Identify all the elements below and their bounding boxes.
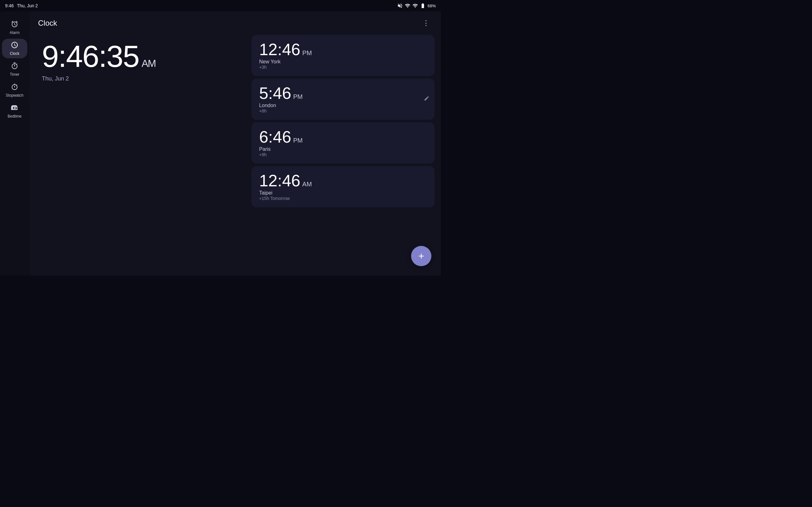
clock-card-taipei: 12:46 AM Taipei +15h Tomorrow (252, 166, 435, 207)
add-world-clock-button[interactable]: + (411, 246, 432, 266)
london-ampm: PM (293, 94, 303, 100)
taipei-time: 12:46 AM (259, 172, 427, 189)
london-edit-icon[interactable] (424, 96, 429, 103)
sidebar: Alarm Clock Timer Stopwatch (0, 11, 29, 276)
more-options-button[interactable]: ⋮ (420, 18, 432, 29)
taipei-time-value: 12:46 (259, 172, 300, 189)
app-header: Clock ⋮ (29, 11, 441, 32)
status-bar-right: 68% (397, 3, 436, 9)
sidebar-stopwatch-label: Stopwatch (6, 93, 23, 98)
sidebar-item-timer[interactable]: Timer (2, 60, 27, 79)
sidebar-alarm-label: Alarm (9, 31, 19, 35)
battery-icon (420, 3, 426, 9)
stopwatch-icon (11, 83, 18, 92)
local-time-value: 9:46:35 (42, 41, 139, 72)
status-date: Thu, Jun 2 (17, 3, 38, 8)
paris-time: 6:46 PM (259, 129, 427, 145)
local-date: Thu, Jun 2 (42, 75, 239, 82)
sidebar-bedtime-label: Bedtime (8, 114, 21, 118)
taipei-offset: +15h Tomorrow (259, 196, 427, 201)
world-clocks-panel: 12:46 PM New York +3h 5:46 PM London +8h (252, 32, 441, 276)
sidebar-clock-label: Clock (10, 51, 19, 56)
new-york-city: New York (259, 59, 427, 65)
sidebar-item-bedtime[interactable]: Bedtime (2, 101, 27, 121)
london-city: London (259, 103, 427, 108)
content-area: 9:46:35 AM Thu, Jun 2 12:46 PM New York … (29, 32, 441, 276)
main-area: Clock ⋮ 9:46:35 AM Thu, Jun 2 12:46 PM N… (29, 11, 441, 276)
london-offset: +8h (259, 108, 427, 113)
clock-card-new-york: 12:46 PM New York +3h (252, 35, 435, 76)
new-york-time-value: 12:46 (259, 41, 300, 58)
paris-offset: +9h (259, 152, 427, 157)
new-york-offset: +3h (259, 65, 427, 70)
battery-percent: 68% (427, 3, 436, 8)
clock-card-london: 5:46 PM London +8h (252, 78, 435, 120)
new-york-time: 12:46 PM (259, 41, 427, 58)
sidebar-timer-label: Timer (10, 72, 19, 77)
taipei-ampm: AM (302, 181, 312, 187)
paris-city: Paris (259, 147, 427, 152)
local-time-display: 9:46:35 AM (42, 41, 239, 72)
london-time: 5:46 PM (259, 85, 427, 101)
sidebar-item-stopwatch[interactable]: Stopwatch (2, 80, 27, 100)
clock-icon (11, 41, 18, 50)
status-bar: 9:46 Thu, Jun 2 68% (0, 0, 441, 11)
local-time-ampm: AM (142, 58, 155, 68)
london-time-value: 5:46 (259, 85, 291, 101)
mute-icon (397, 3, 403, 9)
fab-plus-icon: + (418, 250, 424, 262)
paris-time-value: 6:46 (259, 129, 291, 145)
local-time-panel: 9:46:35 AM Thu, Jun 2 (29, 32, 252, 276)
sidebar-item-clock[interactable]: Clock (2, 39, 27, 58)
taipei-city: Taipei (259, 190, 427, 196)
sidebar-item-alarm[interactable]: Alarm (2, 18, 27, 38)
alarm-icon (11, 20, 18, 29)
status-bar-left: 9:46 Thu, Jun 2 (5, 3, 38, 8)
bedtime-icon (11, 104, 18, 113)
wifi-icon (412, 3, 418, 9)
page-title: Clock (38, 19, 57, 27)
clock-card-paris: 6:46 PM Paris +9h (252, 122, 435, 164)
timer-icon (11, 62, 18, 71)
status-time: 9:46 (5, 3, 14, 8)
paris-ampm: PM (293, 137, 303, 144)
new-york-ampm: PM (302, 50, 312, 56)
signal-icon (405, 3, 410, 9)
